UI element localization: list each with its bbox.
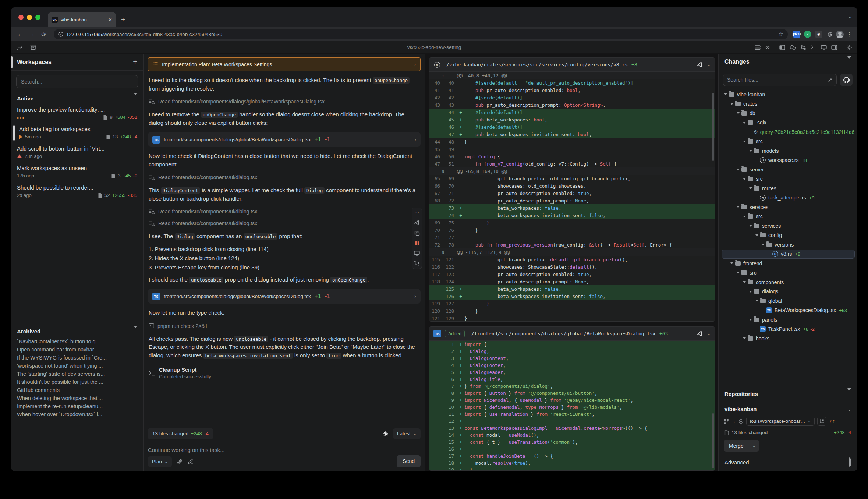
archived-workspace-item[interactable]: When deleting the workspace that'... [11, 394, 143, 402]
tool-call-row[interactable]: Read frontend/src/components/ui/dialog.t… [149, 209, 420, 215]
monitor-icon[interactable] [414, 251, 420, 256]
tree-folder-row[interactable]: src [722, 174, 855, 184]
archived-workspace-item[interactable]: Open command bar from navbar [11, 346, 143, 354]
minimize-window-button[interactable] [27, 15, 32, 20]
advanced-section[interactable]: Advanced [719, 454, 857, 471]
extension-icon-green[interactable]: ✓ [804, 31, 811, 38]
browser-tab[interactable]: VK vibe-kanban ✕ [48, 12, 116, 27]
workspace-item[interactable]: Mark workspaces as unseen17h ago3+45-0 [11, 162, 143, 182]
implementation-plan-banner[interactable]: Implementation Plan: Beta Workspaces Set… [148, 57, 421, 71]
version-selector[interactable]: Latest ⌄ [393, 428, 421, 439]
tab-close-icon[interactable]: ✕ [108, 17, 112, 22]
tree-file-row[interactable]: Rworkspace.rs+8 [722, 156, 855, 165]
panel-right-icon[interactable] [831, 45, 837, 50]
terminal-icon[interactable] [811, 45, 816, 50]
diff-header[interactable]: TS Added …/frontend/src/components/dialo… [429, 327, 715, 341]
tree-folder-row[interactable]: crates [722, 99, 855, 109]
tree-file-row[interactable]: Rtask_attempts.rs+9 [722, 193, 855, 203]
tree-folder-row[interactable]: routes [722, 184, 855, 193]
edited-file-chip[interactable]: TSfrontend/src/components/dialogs/global… [148, 289, 421, 304]
collapse-tree-icon[interactable] [828, 78, 833, 82]
tree-folder-row[interactable]: services [722, 202, 855, 212]
archive-icon[interactable] [30, 45, 36, 50]
open-in-editor-icon[interactable] [697, 330, 703, 337]
tree-folder-row[interactable]: src [722, 137, 855, 146]
merge-button[interactable]: Merge ⌄ [724, 440, 759, 452]
archived-workspace-item[interactable]: Implement the re-run setup/cleanu... [11, 402, 143, 410]
tool-call-row[interactable]: Read frontend/src/components/ui/dialog.t… [149, 220, 420, 226]
close-window-button[interactable] [18, 15, 24, 20]
collapse-diff-icon[interactable]: ⌄ [707, 62, 711, 67]
shapes-icon[interactable] [790, 45, 796, 50]
tree-folder-row[interactable]: src [722, 212, 855, 222]
maximize-window-button[interactable] [35, 15, 40, 20]
tree-folder-row[interactable]: components [722, 277, 855, 287]
collapse-diff-icon[interactable]: ⌄ [707, 331, 711, 336]
search-files-input[interactable]: Search files... [723, 74, 837, 86]
profile-avatar[interactable] [836, 31, 844, 38]
archived-workspace-item[interactable]: The 'starting' state of dev servers is..… [11, 370, 143, 378]
repositories-header[interactable]: Repositories [719, 386, 857, 401]
tree-folder-row[interactable]: versions [722, 240, 855, 250]
rows-layout-icon[interactable] [755, 45, 761, 50]
copy-icon[interactable] [414, 230, 420, 236]
back-button[interactable]: ← [15, 31, 25, 38]
merge-options-dropdown[interactable]: ⌄ [749, 440, 759, 452]
add-workspace-button[interactable]: + [133, 58, 137, 66]
extension-icon-blue[interactable]: ▮�all [793, 31, 800, 38]
puzzle-icon[interactable] [826, 31, 832, 38]
tree-folder-row[interactable]: frontend [722, 259, 855, 268]
browser-menu-icon[interactable]: ⋮ [847, 31, 852, 38]
expand-hunk-icon[interactable]: ⇅ [429, 169, 457, 174]
tool-call-row[interactable]: Read frontend/src/components/ui/dialog.t… [149, 174, 420, 180]
tool-call-row[interactable]: Read frontend/src/components/dialogs/glo… [149, 99, 420, 105]
active-section-header[interactable]: Active [11, 90, 143, 104]
collapse-all-icon[interactable] [765, 45, 770, 50]
window-controls[interactable] [18, 15, 40, 20]
open-branch-external-button[interactable] [817, 417, 826, 426]
workspace-item[interactable]: Add scroll to bottom button in `Virt...2… [11, 143, 143, 162]
monitor-icon[interactable] [821, 45, 827, 50]
open-in-editor-icon[interactable] [697, 61, 703, 68]
diff-hunk-row[interactable]: ⇅@@ -65,8 +69,10 @@ [429, 167, 715, 175]
diff-scrollbar[interactable] [712, 93, 714, 161]
gear-icon[interactable] [846, 45, 852, 50]
tree-file-row[interactable]: Rv8.rs+8 [722, 250, 855, 259]
exit-icon[interactable] [16, 45, 22, 50]
expand-hunk-icon[interactable]: ↑ [429, 73, 457, 78]
tree-folder-row[interactable]: db [722, 109, 855, 118]
tree-folder-row[interactable]: src [722, 268, 855, 278]
tree-file-row[interactable]: TSBetaWorkspacesDialog.tsx+63 [722, 306, 855, 315]
diff-scrollbar[interactable] [712, 413, 714, 468]
diff-hunk-row[interactable]: ⇅@@ -115,7 +121,9 @@ [429, 248, 715, 256]
tree-folder-row[interactable]: dialogs [722, 287, 855, 297]
workspace-item[interactable]: Should be possible to reorder...2d ago52… [11, 182, 143, 201]
bookmark-star-icon[interactable]: ☆ [779, 31, 783, 38]
attach-icon[interactable] [177, 459, 183, 465]
open-in-editor-icon[interactable] [414, 220, 420, 226]
mode-selector[interactable]: Plan ⌄ [148, 456, 172, 467]
tree-folder-row[interactable]: server [722, 165, 855, 174]
tree-folder-row[interactable]: global [722, 296, 855, 306]
message-input[interactable]: Continue working on this task... Plan ⌄ [144, 442, 425, 471]
edited-file-chip[interactable]: TSfrontend/src/components/dialogs/global… [148, 132, 421, 147]
tree-folder-row[interactable]: models [722, 146, 855, 156]
archived-workspace-item[interactable]: If the WYSIWYG is focussed in `Cre... [11, 354, 143, 362]
pause-icon[interactable] [415, 241, 419, 246]
archived-workspace-item[interactable]: `NavbarContainer.tsx` button to g... [11, 337, 143, 346]
archived-workspace-item[interactable]: 'workspace not found' when trying ... [11, 362, 143, 370]
github-button[interactable] [840, 74, 853, 86]
branch-selector[interactable]: louis/workspace-onboarding ⌄ [746, 417, 815, 426]
tab-search-icon[interactable]: ⌄ [848, 14, 852, 20]
pen-icon[interactable] [188, 459, 194, 464]
workspace-search-input[interactable]: Search... [16, 75, 138, 88]
git-compare-icon[interactable] [800, 45, 806, 50]
send-button[interactable]: Send [397, 455, 421, 467]
extension-icon-camera[interactable]: ◉ [815, 31, 822, 38]
tree-file-row[interactable]: TSTaskPanel.tsx+8-2 [722, 325, 855, 334]
tree-folder-row[interactable]: services [722, 221, 855, 231]
sparkle-icon[interactable] [383, 431, 389, 437]
tree-folder-row[interactable]: panels [722, 315, 855, 325]
changes-header[interactable]: Changes [719, 54, 857, 70]
tree-file-row[interactable]: ⚙query-70b21c5c0a2ba5c21c9c1132f14a68 [722, 127, 855, 137]
